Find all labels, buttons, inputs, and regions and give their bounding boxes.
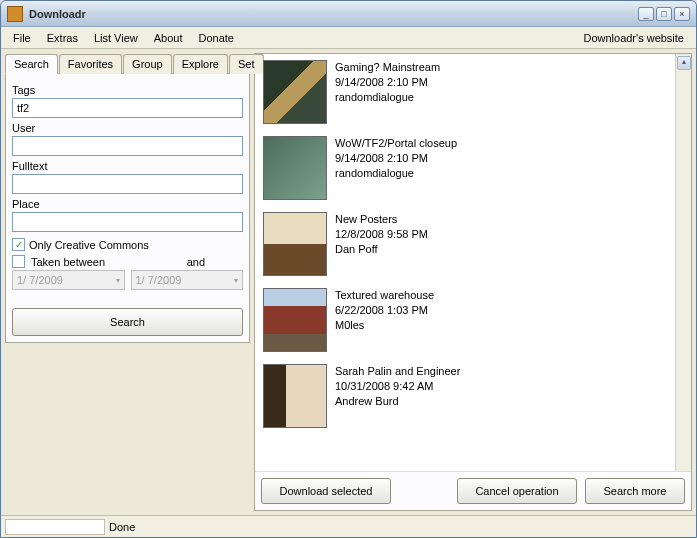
tags-input[interactable] [12,98,243,118]
result-date: 6/22/2008 1:03 PM [335,303,434,318]
result-date: 12/8/2008 9:58 PM [335,227,428,242]
maximize-button[interactable]: □ [656,7,672,21]
user-input[interactable] [12,136,243,156]
menubar: File Extras List View About Donate Downl… [1,27,696,49]
status-text: Done [109,521,135,533]
result-user: randomdialogue [335,166,457,181]
date-from-picker[interactable]: 1/ 7/2009 ▾ [12,270,125,290]
chevron-down-icon: ▾ [116,276,120,285]
date-to-picker[interactable]: 1/ 7/2009 ▾ [131,270,244,290]
fulltext-input[interactable] [12,174,243,194]
window-title: Downloadr [29,8,638,20]
result-title: WoW/TF2/Portal closeup [335,136,457,151]
result-user: Andrew Burd [335,394,460,409]
content-area: Search Favorites Group Explore Set Tags … [1,49,696,515]
search-button[interactable]: Search [12,308,243,336]
list-item[interactable]: New Posters 12/8/2008 9:58 PM Dan Poff [255,206,691,282]
result-meta: New Posters 12/8/2008 9:58 PM Dan Poff [335,212,428,276]
result-date: 9/14/2008 2:10 PM [335,75,440,90]
result-date: 9/14/2008 2:10 PM [335,151,457,166]
result-user: M0les [335,318,434,333]
website-link[interactable]: Downloadr's website [575,29,692,47]
tab-group[interactable]: Group [123,54,172,74]
result-title: Gaming? Mainstream [335,60,440,75]
app-icon [7,6,23,22]
date-from-value: 1/ 7/2009 [17,274,63,286]
cancel-operation-button[interactable]: Cancel operation [457,478,577,504]
user-label: User [12,122,243,134]
list-item[interactable]: WoW/TF2/Portal closeup 9/14/2008 2:10 PM… [255,130,691,206]
thumbnail [263,60,327,124]
tags-label: Tags [12,84,243,96]
window-controls: _ □ × [638,7,690,21]
cc-label: Only Creative Commons [29,239,149,251]
minimize-button[interactable]: _ [638,7,654,21]
menu-listview[interactable]: List View [86,29,146,47]
result-title: Textured warehouse [335,288,434,303]
menu-file[interactable]: File [5,29,39,47]
taken-checkbox[interactable] [12,255,25,268]
right-panel: Gaming? Mainstream 9/14/2008 2:10 PM ran… [254,53,692,511]
scroll-up-button[interactable]: ▴ [677,56,691,70]
statusbar: Done [1,515,696,537]
download-selected-button[interactable]: Download selected [261,478,391,504]
tab-search[interactable]: Search [5,54,58,74]
menu-extras[interactable]: Extras [39,29,86,47]
result-list[interactable]: Gaming? Mainstream 9/14/2008 2:10 PM ran… [255,54,691,471]
search-more-button[interactable]: Search more [585,478,685,504]
button-gap [399,478,449,504]
bottom-button-bar: Download selected Cancel operation Searc… [255,471,691,510]
menu-about[interactable]: About [146,29,191,47]
tab-favorites[interactable]: Favorites [59,54,122,74]
thumbnail [263,364,327,428]
and-label: and [187,256,205,268]
scrollbar[interactable]: ▴ [675,54,691,471]
place-label: Place [12,198,243,210]
thumbnail [263,212,327,276]
thumbnail [263,288,327,352]
tab-explore[interactable]: Explore [173,54,228,74]
result-user: randomdialogue [335,90,440,105]
result-user: Dan Poff [335,242,428,257]
titlebar: Downloadr _ □ × [1,1,696,27]
left-panel: Search Favorites Group Explore Set Tags … [5,53,250,511]
result-title: New Posters [335,212,428,227]
cc-row: ✓ Only Creative Commons [12,238,243,251]
result-meta: Textured warehouse 6/22/2008 1:03 PM M0l… [335,288,434,352]
thumbnail [263,136,327,200]
list-item[interactable]: Textured warehouse 6/22/2008 1:03 PM M0l… [255,282,691,358]
search-form: Tags User Fulltext Place ✓ Only Creative… [5,74,250,343]
cc-checkbox[interactable]: ✓ [12,238,25,251]
date-pickers: 1/ 7/2009 ▾ 1/ 7/2009 ▾ [12,270,243,290]
place-input[interactable] [12,212,243,232]
fulltext-label: Fulltext [12,160,243,172]
result-meta: Gaming? Mainstream 9/14/2008 2:10 PM ran… [335,60,440,124]
list-item[interactable]: Gaming? Mainstream 9/14/2008 2:10 PM ran… [255,54,691,130]
taken-row: Taken between and [12,255,243,268]
result-date: 10/31/2008 9:42 AM [335,379,460,394]
status-progress-box [5,519,105,535]
taken-label: Taken between [31,256,105,268]
result-meta: WoW/TF2/Portal closeup 9/14/2008 2:10 PM… [335,136,457,200]
app-window: Downloadr _ □ × File Extras List View Ab… [0,0,697,538]
close-button[interactable]: × [674,7,690,21]
list-item[interactable]: Sarah Palin and Engineer 10/31/2008 9:42… [255,358,691,434]
menu-donate[interactable]: Donate [191,29,242,47]
chevron-down-icon: ▾ [234,276,238,285]
result-title: Sarah Palin and Engineer [335,364,460,379]
result-meta: Sarah Palin and Engineer 10/31/2008 9:42… [335,364,460,428]
date-to-value: 1/ 7/2009 [136,274,182,286]
tab-strip: Search Favorites Group Explore Set [5,53,250,74]
